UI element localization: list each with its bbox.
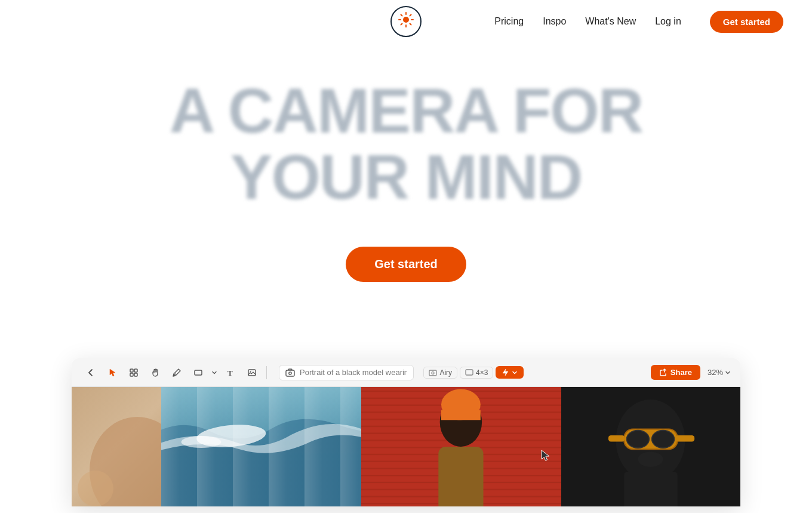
- svg-line-5: [401, 15, 402, 16]
- svg-point-60: [638, 451, 663, 466]
- nav-whats-new[interactable]: What's New: [585, 16, 636, 27]
- svg-point-16: [250, 371, 251, 372]
- zoom-dropdown-icon: [725, 370, 731, 376]
- canvas-image-3: [361, 387, 561, 506]
- share-icon: [659, 368, 667, 376]
- zoom-control[interactable]: 32%: [708, 368, 731, 377]
- grid-tool-icon[interactable]: [124, 363, 143, 382]
- prompt-input[interactable]: [300, 368, 407, 377]
- camera-mode-badge[interactable]: Airy: [423, 367, 457, 379]
- share-button[interactable]: Share: [651, 365, 700, 380]
- svg-text:T: T: [227, 368, 233, 377]
- svg-rect-50: [441, 410, 481, 420]
- svg-rect-10: [134, 369, 137, 372]
- camera-icon: [285, 368, 295, 377]
- rectangle-dropdown-icon[interactable]: [210, 363, 219, 382]
- share-label: Share: [670, 368, 692, 377]
- navbar: Pricing Inspo What's New Log in Get star…: [0, 0, 812, 43]
- image-tool-icon[interactable]: [242, 363, 262, 382]
- logo[interactable]: [390, 6, 422, 37]
- svg-line-7: [410, 15, 411, 16]
- generate-button[interactable]: [496, 366, 524, 379]
- ratio-badge[interactable]: 4×3: [460, 367, 493, 379]
- svg-point-0: [403, 17, 409, 23]
- ratio-label: 4×3: [476, 368, 488, 377]
- flash-icon: [502, 368, 509, 376]
- dropdown-arrow-icon: [512, 370, 518, 376]
- svg-rect-58: [608, 435, 625, 442]
- hero-title-line1: A CAMERA FOR: [170, 75, 643, 146]
- svg-rect-17: [286, 370, 294, 376]
- svg-point-56: [652, 431, 675, 448]
- svg-point-23: [78, 471, 113, 506]
- nav-links: Pricing Inspo What's New Log in Get star…: [494, 11, 783, 33]
- svg-rect-24: [161, 387, 361, 506]
- svg-rect-12: [134, 373, 137, 376]
- cursor-tool-icon[interactable]: [103, 363, 122, 382]
- svg-rect-11: [130, 373, 133, 376]
- hero-get-started-button[interactable]: Get started: [346, 247, 466, 282]
- rectangle-tool-icon[interactable]: [189, 363, 208, 382]
- canvas-image-4: [561, 387, 740, 506]
- back-icon[interactable]: [81, 363, 100, 382]
- svg-rect-51: [438, 447, 483, 506]
- camera-mode-label: Airy: [439, 368, 452, 377]
- canvas-area: [72, 387, 740, 506]
- app-preview: T Airy 4×3 Share: [72, 358, 740, 506]
- svg-line-8: [401, 24, 402, 25]
- prompt-input-wrap[interactable]: [279, 365, 414, 380]
- hero-title-line2: YOUR MIND: [230, 142, 582, 212]
- ratio-icon: [465, 368, 473, 377]
- pen-tool-icon[interactable]: [167, 363, 186, 382]
- zoom-level: 32%: [708, 368, 723, 377]
- svg-rect-57: [676, 435, 695, 442]
- nav-inspo[interactable]: Inspo: [543, 16, 566, 27]
- svg-point-18: [289, 371, 291, 374]
- toolbar: T Airy 4×3 Share: [72, 358, 740, 387]
- hero-section: A CAMERA FOR YOUR MIND Get started: [0, 0, 812, 358]
- hand-tool-icon[interactable]: [146, 363, 165, 382]
- svg-rect-19: [429, 370, 436, 376]
- svg-point-20: [432, 371, 434, 374]
- svg-line-6: [410, 24, 411, 25]
- svg-rect-15: [248, 370, 256, 376]
- camera-badge-icon: [429, 368, 437, 377]
- canvas-image-1: [72, 387, 161, 506]
- svg-rect-13: [195, 370, 202, 375]
- svg-point-25: [193, 422, 269, 450]
- sun-icon: [398, 11, 414, 32]
- text-tool-icon[interactable]: T: [221, 363, 240, 382]
- nav-get-started-button[interactable]: Get started: [710, 11, 783, 33]
- svg-rect-21: [466, 370, 473, 375]
- nav-login[interactable]: Log in: [655, 16, 681, 27]
- svg-point-26: [182, 436, 222, 448]
- hero-title: A CAMERA FOR YOUR MIND: [170, 78, 643, 211]
- svg-point-55: [626, 431, 649, 448]
- nav-pricing[interactable]: Pricing: [494, 16, 524, 27]
- svg-rect-9: [130, 369, 133, 372]
- svg-rect-59: [624, 472, 677, 506]
- canvas-image-2: [161, 387, 361, 506]
